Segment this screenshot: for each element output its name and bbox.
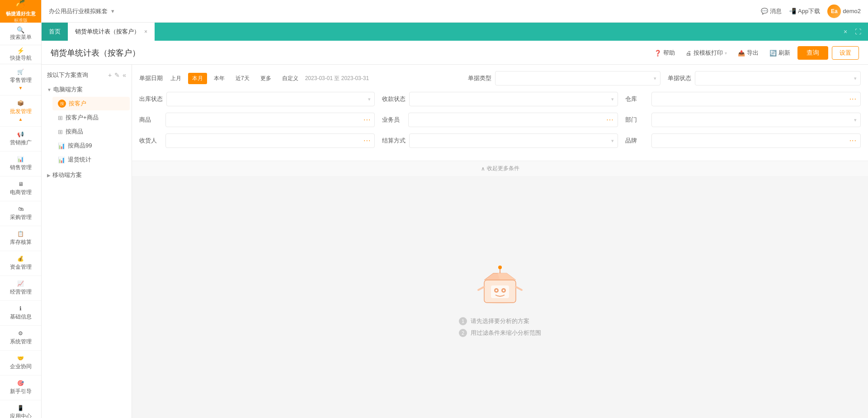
- refresh-button[interactable]: 🔄 刷新: [766, 47, 794, 59]
- sidebar-item-finance[interactable]: 💰 资金管理: [0, 251, 41, 276]
- sidebar-item-inventory[interactable]: 📋 库存核算: [0, 226, 41, 251]
- window-close-button[interactable]: ×: [841, 27, 850, 36]
- sidebar-item-ecommerce-label: 电商管理: [10, 189, 32, 196]
- scheme-item-by-product[interactable]: ⊞ 按商品: [52, 125, 130, 138]
- sidebar-item-retail[interactable]: 🛒 零售管理 ▼: [0, 64, 41, 95]
- sidebar-item-enterprise-label: 企业协同: [10, 363, 32, 370]
- date-btn-last-month[interactable]: 上月: [166, 73, 185, 84]
- scheme-item-by-customer-product[interactable]: ⊞ 按客户+商品: [52, 111, 130, 124]
- page-content: 销货单统计表（按客户） ❓ 帮助 🖨 按模板打印 ▾ 📤 导出 🔄 刷新: [42, 41, 868, 418]
- sidebar-item-apps[interactable]: 📱 应用中心: [0, 400, 41, 418]
- help-button[interactable]: ❓ 帮助: [651, 47, 679, 59]
- scheme-collapse-button[interactable]: «: [123, 71, 126, 79]
- print-icon: 🖨: [686, 50, 692, 57]
- apps-icon: 📱: [17, 405, 24, 411]
- sidebar-item-system-label: 系统管理: [10, 338, 32, 346]
- date-btn-custom[interactable]: 自定义: [278, 73, 302, 84]
- tab-close-icon[interactable]: ×: [144, 28, 147, 35]
- sidebar-item-purchase[interactable]: 🛍 采购管理: [0, 201, 41, 226]
- window-maximize-button[interactable]: ⛶: [854, 27, 863, 36]
- receive-status-arrow: ▾: [611, 96, 614, 102]
- sidebar-logo[interactable]: 🍊 畅捷通好生意 标准版: [0, 0, 41, 23]
- collapse-bar[interactable]: ∧ 收起更多条件: [132, 161, 868, 176]
- avatar: Ea: [827, 5, 841, 18]
- filter-receive-status-item: 收款状态 ▾: [382, 92, 618, 106]
- message-label: 消息: [770, 7, 782, 15]
- filter-doc-type-select[interactable]: ▾: [495, 71, 661, 86]
- settings-button[interactable]: 设置: [832, 46, 859, 60]
- scheme-item-by-customer[interactable]: 按 按客户: [52, 97, 130, 110]
- system-icon: ⚙: [18, 330, 23, 337]
- filter-settlement-select[interactable]: ▾: [409, 133, 618, 148]
- date-btn-this-month[interactable]: 本月: [188, 73, 207, 84]
- tip-2-num: 2: [459, 329, 467, 337]
- filter-receiver-select[interactable]: ···: [165, 133, 375, 148]
- print-dropdown-icon: ▾: [725, 51, 727, 56]
- scheme-by-customer-product-icon: ⊞: [58, 114, 63, 121]
- sales-icon: 📊: [17, 156, 24, 162]
- ecommerce-icon: 🖥: [18, 181, 24, 187]
- sidebar-item-business[interactable]: 📈 经营管理: [0, 276, 41, 301]
- filter-department-select[interactable]: ▾: [651, 113, 861, 127]
- scheme-mobile-group[interactable]: ▶ 移动端方案: [42, 168, 132, 182]
- user-profile[interactable]: Ea demo2: [827, 5, 861, 18]
- main-area: 办公用品行业模拟账套 ▾ 💬 消息 📲 App下载 Ea demo2 首页: [42, 0, 868, 418]
- scheme-item-return-stats[interactable]: 📊 退货统计: [52, 153, 130, 166]
- salesperson-dots: ···: [606, 116, 613, 124]
- scheme-edit-button[interactable]: ✎: [114, 71, 120, 79]
- product-dots: ···: [363, 116, 371, 124]
- app-title-dropdown-icon[interactable]: ▾: [111, 8, 114, 14]
- date-btn-last-7[interactable]: 近7天: [231, 73, 254, 84]
- filter-receive-status-select[interactable]: ▾: [409, 92, 618, 106]
- user-name: demo2: [843, 8, 861, 14]
- tab-active[interactable]: 销货单统计表（按客户） ×: [68, 23, 155, 41]
- export-button[interactable]: 📤 导出: [734, 47, 762, 59]
- refresh-icon: 🔄: [769, 50, 777, 57]
- message-button[interactable]: 💬 消息: [761, 7, 782, 15]
- sidebar-item-basic[interactable]: ℹ 基础信息: [0, 301, 41, 326]
- query-button[interactable]: 查询: [797, 46, 828, 60]
- wholesale-icon: 📦: [17, 100, 24, 106]
- app-download-button[interactable]: 📲 App下载: [789, 7, 820, 15]
- warehouse-dots: ···: [849, 95, 857, 103]
- sidebar-item-system[interactable]: ⚙ 系统管理: [0, 326, 41, 351]
- sidebar-item-ecommerce[interactable]: 🖥 电商管理: [0, 176, 41, 201]
- sidebar-item-wholesale[interactable]: 📦 批发管理 ▲: [0, 95, 41, 127]
- scheme-desktop-arrow: ▼: [47, 87, 52, 92]
- window-close-icon: ×: [844, 28, 847, 35]
- sidebar-item-marketing[interactable]: 📢 营销推广: [0, 127, 41, 152]
- sidebar-item-sales[interactable]: 📊 销售管理: [0, 152, 41, 176]
- date-btn-more[interactable]: 更多: [256, 73, 275, 84]
- filter-doc-status-select[interactable]: ▾: [695, 71, 861, 86]
- filter-date-control: 上月 本月 本年 近7天 更多 自定义 2023-03-01 至 2023-03…: [166, 73, 461, 84]
- filter-settlement-item: 结算方式 ▾: [382, 133, 618, 148]
- scheme-item-by-product-99[interactable]: 📊 按商品99: [52, 139, 130, 152]
- tip-1-text: 请先选择要分析的方案: [471, 317, 529, 325]
- filter-out-status-select[interactable]: ▾: [166, 92, 375, 106]
- date-btn-this-year[interactable]: 本年: [210, 73, 229, 84]
- filter-product-select[interactable]: ···: [165, 113, 375, 127]
- window-maximize-icon: ⛶: [855, 28, 861, 35]
- filter-settlement-label: 结算方式: [382, 137, 406, 145]
- print-button[interactable]: 🖨 按模板打印 ▾: [682, 47, 731, 59]
- sidebar-item-enterprise[interactable]: 🤝 企业协同: [0, 351, 41, 375]
- filter-receive-status-label: 收款状态: [382, 95, 406, 103]
- sidebar-quicknav[interactable]: ⚡ 快捷导航: [0, 45, 41, 64]
- download-icon: 📲: [789, 8, 796, 14]
- scheme-list: 按 按客户 ⊞ 按客户+商品 ⊞ 按商品 📊: [42, 97, 132, 166]
- sidebar-item-newbie[interactable]: 🎯 新手引导: [0, 375, 41, 400]
- tab-home[interactable]: 首页: [42, 23, 68, 41]
- sidebar-item-finance-label: 资金管理: [10, 263, 32, 271]
- filter-brand-select[interactable]: ···: [651, 133, 861, 148]
- sidebar-search[interactable]: 🔍 搜索菜单: [0, 23, 41, 45]
- sidebar-item-purchase-label: 采购管理: [10, 214, 32, 221]
- scheme-desktop-group-header[interactable]: ▼ 电脑端方案: [42, 83, 132, 96]
- scheme-add-button[interactable]: +: [108, 71, 112, 79]
- filter-warehouse-control[interactable]: ···: [651, 92, 861, 106]
- header-left: 办公用品行业模拟账套 ▾: [49, 7, 114, 15]
- sidebar-item-marketing-label: 营销推广: [10, 139, 32, 147]
- help-icon: ❓: [654, 50, 661, 57]
- export-label: 导出: [747, 49, 759, 57]
- filter-salesperson-select[interactable]: ···: [408, 113, 618, 127]
- filter-date-item: 单据日期 上月 本月 本年 近7天 更多 自定义 2023-03-01 至 20…: [139, 73, 461, 84]
